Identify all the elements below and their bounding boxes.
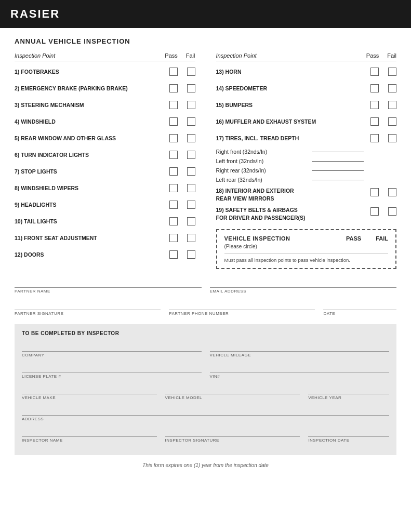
partner-sig-line[interactable] [15,301,161,310]
pass-checkbox[interactable] [169,84,178,92]
checkboxes [169,217,195,225]
inspection-date-line[interactable] [308,428,389,437]
checkboxes [169,84,195,92]
partner-phone-label: PARTNER PHONE NUMBER [169,311,315,316]
item-label: 3) STEERING MECHANISM [15,102,169,108]
inspector-sig-line[interactable] [165,428,300,437]
plate-line[interactable] [22,364,202,373]
fail-checkbox[interactable] [187,234,195,242]
pass-checkbox[interactable] [169,184,178,192]
email-label: EMAIL ADDRESS [210,289,397,294]
fail-checkbox[interactable] [388,101,396,109]
pass-checkbox[interactable] [169,201,178,209]
table-row: 17) TIRES, INCL. TREAD DEPTH [216,132,397,144]
pass-checkbox[interactable] [169,217,178,225]
partner-name-email-row: PARTNER NAME EMAIL ADDRESS [15,278,396,294]
vi-note: Must pass all inspection points to pass … [224,254,389,263]
item-label: 8) WINDSHIELD WIPERS [15,185,169,191]
partner-phone-line[interactable] [169,301,315,310]
fail-checkbox[interactable] [187,201,195,209]
inspection-date-field: INSPECTION DATE [308,428,389,443]
fail-checkbox[interactable] [187,250,195,259]
table-row: 1) FOOTBRAKES [15,65,195,78]
fail-checkbox[interactable] [388,68,396,76]
pass-checkbox[interactable] [169,101,178,109]
date-line[interactable] [323,301,396,310]
right-col-label: Inspection Point [216,52,366,59]
checkboxes [169,250,195,259]
pass-checkbox[interactable] [370,207,379,216]
right-fail-label: Fail [387,52,396,59]
inspector-sig-field: INSPECTOR SIGNATURE [165,428,300,443]
model-line[interactable] [165,385,300,394]
left-pass-fail-header: Pass Fail [165,52,195,59]
item-label: 5) REAR WINDOW AND OTHER GLASS [15,135,169,141]
vi-pass-label: PASS [346,235,361,242]
fail-checkbox[interactable] [187,84,195,92]
tire-input-line [312,161,364,162]
year-label: VEHICLE YEAR [308,395,389,400]
pass-checkbox[interactable] [370,117,379,126]
table-row: 18) INTERIOR AND EXTERIORREAR VIEW MIRRO… [216,187,397,202]
inspector-row-1: COMPANY VEHICLE MILEAGE [22,342,389,357]
fail-checkbox[interactable] [388,117,396,126]
pass-checkbox[interactable] [370,101,379,109]
fail-checkbox[interactable] [187,101,195,109]
table-row: 5) REAR WINDOW AND OTHER GLASS [15,132,195,144]
page-content: ANNUAL VEHICLE INSPECTION Inspection Poi… [0,37,411,478]
inspector-section: TO BE COMPLETED BY INSPECTOR COMPANY VEH… [15,324,396,455]
address-line[interactable] [22,406,389,416]
vi-fail-label: FAIL [376,235,388,242]
fail-checkbox[interactable] [388,188,396,196]
inspector-row-4: ADDRESS [22,406,389,421]
year-line[interactable] [308,385,389,394]
pass-checkbox[interactable] [370,84,379,92]
fail-checkbox[interactable] [187,117,195,126]
table-row: 13) HORN [216,65,397,78]
pass-checkbox[interactable] [169,151,178,159]
item-label: 17) TIRES, INCL. TREAD DEPTH [216,135,371,141]
pass-checkbox[interactable] [169,167,178,176]
company-label: COMPANY [22,353,202,357]
fail-checkbox[interactable] [388,84,396,92]
header: RASIER [0,0,411,28]
fail-checkbox[interactable] [187,68,195,76]
vin-label: VIN# [210,374,390,379]
email-line[interactable] [210,278,397,288]
vin-line[interactable] [210,364,390,373]
item-label: 1) FOOTBRAKES [15,69,169,75]
pass-checkbox[interactable] [169,134,178,142]
email-group: EMAIL ADDRESS [210,278,397,294]
fail-checkbox[interactable] [388,134,396,142]
fail-checkbox[interactable] [187,184,195,192]
year-field: VEHICLE YEAR [308,385,389,400]
inspector-row-3: VEHICLE MAKE VEHICLE MODEL VEHICLE YEAR [22,385,389,400]
inspector-name-line[interactable] [22,428,157,437]
pass-checkbox[interactable] [370,68,379,76]
mileage-line[interactable] [210,342,390,352]
checkboxes [370,134,396,142]
company-line[interactable] [22,342,202,352]
fail-checkbox[interactable] [187,134,195,142]
date-label: DATE [323,311,396,316]
checkboxes [169,201,195,209]
tire-input-line [312,180,364,180]
fail-checkbox[interactable] [187,167,195,176]
pass-checkbox[interactable] [370,188,379,196]
fail-checkbox[interactable] [388,207,396,216]
checkboxes [169,167,195,176]
make-line[interactable] [22,385,157,394]
pass-checkbox[interactable] [169,117,178,126]
fail-checkbox[interactable] [187,151,195,159]
pass-checkbox[interactable] [169,234,178,242]
partner-name-line[interactable] [15,278,202,288]
mileage-label: VEHICLE MILEAGE [210,353,390,357]
fail-checkbox[interactable] [187,217,195,225]
left-column: Inspection Point Pass Fail 1) FOOTBRAKES… [15,52,206,269]
inspector-sig-label: INSPECTOR SIGNATURE [165,438,300,443]
pass-checkbox[interactable] [169,68,178,76]
table-row: 11) FRONT SEAT ADJUSTMENT [15,232,195,244]
pass-checkbox[interactable] [169,250,178,259]
vi-pass-fail: PASS FAIL [346,235,388,242]
pass-checkbox[interactable] [370,134,379,142]
